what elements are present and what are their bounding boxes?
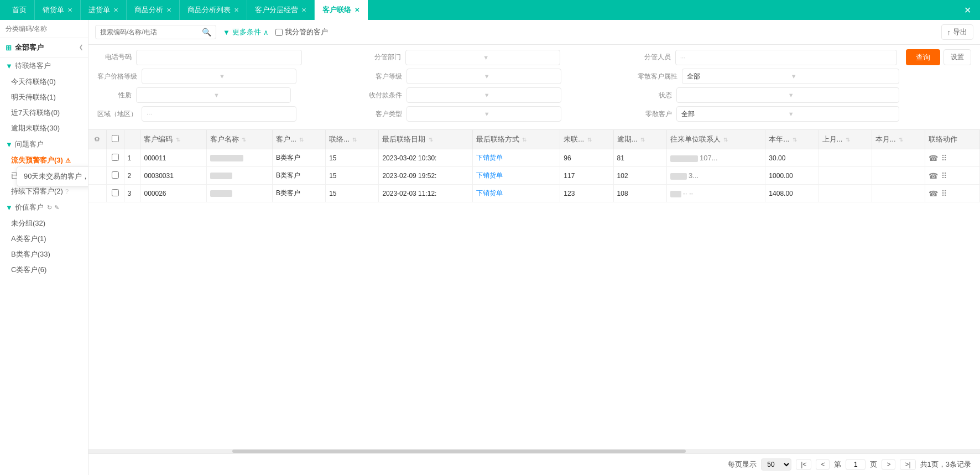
close-icon-active[interactable]: ✕ (355, 7, 359, 14)
sort-icon: ⇅ (899, 137, 903, 143)
col-last-contact-method[interactable]: 最后联络方式 ⇅ (472, 130, 560, 149)
manager-ellipsis[interactable]: ··· (675, 50, 897, 65)
sidebar-item-today[interactable]: 今天待联络(0) (0, 74, 88, 90)
per-page-select[interactable]: 50 100 200 (761, 458, 791, 471)
sidebar-group-problem[interactable]: ▼ 问题客户 (0, 136, 88, 153)
row-last-method[interactable]: 下销货单 (472, 167, 560, 185)
col-this-year[interactable]: 本年... ⇅ (765, 130, 819, 149)
close-icon[interactable]: ✕ (67, 7, 72, 14)
scrollbar-thumb[interactable] (232, 450, 686, 453)
sort-icon: ⇅ (723, 137, 728, 143)
row-checkbox[interactable] (112, 171, 119, 179)
nav-tab-purchase[interactable]: 进货单 ✕ (81, 0, 127, 20)
select-all-checkbox[interactable] (112, 135, 119, 142)
sidebar-group-pending[interactable]: ▼ 待联络客户 (0, 58, 88, 74)
customer-type-select[interactable]: ▼ (406, 106, 561, 122)
horizontal-scrollbar[interactable] (88, 449, 980, 453)
nav-tab-home[interactable]: 首页 (4, 0, 35, 20)
sidebar-item-c-class[interactable]: C类客户(6) (0, 262, 88, 278)
window-close-button[interactable]: ✕ (960, 5, 976, 15)
sidebar-search-input[interactable] (6, 25, 88, 33)
prev-page-button[interactable]: < (816, 459, 830, 470)
main-search-input[interactable] (100, 28, 200, 36)
retail-attr-select[interactable]: 全部 ▼ (682, 69, 899, 84)
sidebar-group-value[interactable]: ▼ 价值客户 ↻ ✎ (0, 199, 88, 216)
sidebar-item-tomorrow[interactable]: 明天待联络(1) (0, 90, 88, 105)
sidebar: 🔍 ⊞ 全部客户 《 ▼ 待联络客户 今天待联络(0) 明天待联络(1) 近7天… (0, 20, 88, 475)
col-last-month[interactable]: 上月... ⇅ (819, 130, 872, 149)
filter-bar: 🔍 ▼ 更多条件 ∧ 我分管的客户 ↑ 导出 (88, 20, 980, 45)
col-no-contact[interactable]: 未联... ⇅ (560, 130, 613, 149)
more-actions-icon[interactable]: ⠿ (941, 189, 947, 198)
first-page-button[interactable]: |< (796, 459, 811, 470)
row-checkbox[interactable] (112, 189, 119, 196)
export-button[interactable]: ↑ 导出 (941, 24, 974, 40)
contact-icon[interactable]: ☎ (929, 189, 938, 198)
close-icon[interactable]: ✕ (301, 7, 306, 14)
sidebar-all-customers[interactable]: ⊞ 全部客户 《 (0, 38, 88, 58)
sidebar-item-overdue[interactable]: 逾期未联络(30) (0, 121, 88, 136)
col-customer-type[interactable]: 客户... ⇅ (273, 130, 326, 149)
adv-filter-row1: 电话号码 分管部门 ▼ 分管人员 ··· (97, 49, 971, 65)
col-overdue[interactable]: 逾期... ⇅ (613, 130, 666, 149)
row-last-method[interactable]: 下销货单 (472, 149, 560, 167)
sort-icon: ⇅ (522, 137, 527, 143)
row-this-year: 30.00 (765, 149, 819, 167)
row-actions: ☎ ⠿ (925, 149, 979, 167)
region-ellipsis[interactable]: ··· (142, 106, 296, 122)
nav-tab-analysis-list[interactable]: 商品分析列表 ✕ (180, 0, 247, 20)
col-customer-name[interactable]: 客户名称 ⇅ (206, 130, 272, 149)
contact-icon[interactable]: ☎ (929, 171, 938, 180)
nature-select[interactable]: ▼ (136, 87, 291, 103)
more-actions-icon[interactable]: ⠿ (941, 171, 947, 180)
sort-icon: ⇅ (587, 137, 592, 143)
payment-select[interactable]: ▼ (406, 87, 561, 103)
sidebar-item-a-class[interactable]: A类客户(1) (0, 231, 88, 247)
sidebar-item-b-class[interactable]: B类客户(33) (0, 247, 88, 262)
col-this-month[interactable]: 本月... ⇅ (872, 130, 925, 149)
customer-level-select[interactable]: ▼ (406, 69, 561, 84)
row-index: 2 (124, 167, 140, 185)
customer-level-label: 客户等级 (368, 72, 406, 81)
sidebar-item-churn-warning[interactable]: 流失预警客户(3) ⚠ (0, 153, 88, 168)
sidebar-item-ungrouped[interactable]: 未分组(32) (0, 216, 88, 231)
row-checkbox[interactable] (112, 154, 119, 161)
retail-customer-select[interactable]: 全部 ▼ (676, 106, 899, 122)
row-name (206, 185, 272, 202)
status-label: 状态 (638, 91, 676, 100)
query-button[interactable]: 查询 (906, 49, 940, 65)
contact-icon[interactable]: ☎ (929, 154, 938, 163)
table-area: ⚙ 客户编码 ⇅ 客户名称 ⇅ (88, 130, 980, 449)
close-icon[interactable]: ✕ (113, 7, 118, 14)
phone-input[interactable] (136, 50, 302, 65)
dept-select[interactable]: ▼ (405, 50, 560, 65)
sidebar-item-7days[interactable]: 近7天待联络(0) (0, 105, 88, 121)
nav-tab-customer-contact[interactable]: 客户联络 ✕ (315, 0, 368, 20)
row-contact: 15 (326, 167, 379, 185)
search-submit-icon[interactable]: 🔍 (202, 28, 211, 36)
edit-icon[interactable]: ✎ (54, 204, 59, 211)
close-icon[interactable]: ✕ (234, 7, 239, 14)
more-conditions-btn[interactable]: ▼ 更多条件 ∧ (223, 27, 269, 37)
last-page-button[interactable]: >| (900, 459, 915, 470)
sort-icon: ⇅ (242, 137, 246, 143)
col-last-contact-date[interactable]: 最后联络日期 ⇅ (379, 130, 472, 149)
close-icon[interactable]: ✕ (166, 7, 171, 14)
refresh-icon[interactable]: ↻ (47, 204, 52, 211)
status-select[interactable]: ▼ (676, 87, 899, 103)
page-number-input[interactable] (846, 459, 866, 470)
my-customers-checkbox[interactable] (275, 29, 283, 36)
nav-tab-analysis[interactable]: 商品分析 ✕ (127, 0, 180, 20)
next-page-button[interactable]: > (882, 459, 895, 470)
adv-field-manager: 分管人员 ··· (637, 50, 897, 65)
col-customer-code[interactable]: 客户编码 ⇅ (140, 130, 206, 149)
row-last-method[interactable]: 下销货单 (472, 185, 560, 202)
col-unit-contact[interactable]: 往来单位联系人 ⇅ (666, 130, 765, 149)
more-actions-icon[interactable]: ⠿ (941, 154, 947, 163)
price-level-select[interactable]: ▼ (142, 69, 296, 84)
table-settings-col[interactable]: ⚙ (88, 130, 106, 149)
nav-tab-sales[interactable]: 销货单 ✕ (35, 0, 81, 20)
col-contact[interactable]: 联络... ⇅ (326, 130, 379, 149)
nav-tab-customer-segment[interactable]: 客户分层经营 ✕ (247, 0, 315, 20)
settings-button[interactable]: 设置 (943, 49, 971, 65)
